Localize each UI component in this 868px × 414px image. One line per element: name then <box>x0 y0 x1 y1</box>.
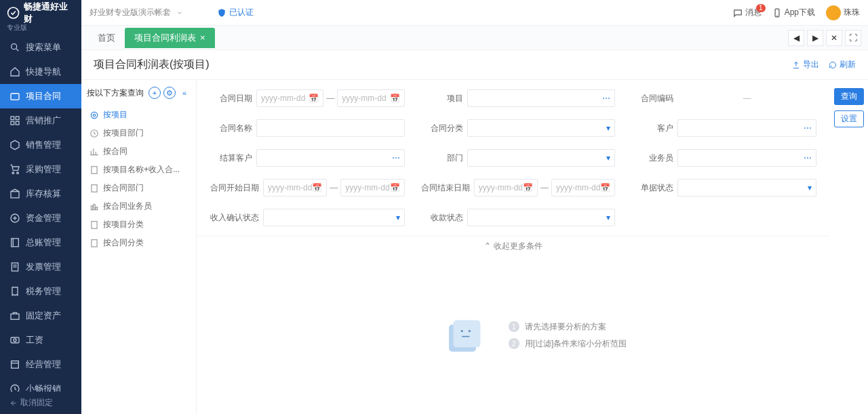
scheme-item[interactable]: 按项目名称+收入合... <box>87 161 191 179</box>
sidebar-item-invoice[interactable]: 发票管理 <box>0 255 81 279</box>
start-date-from[interactable]: yyyy-mm-dd📅 <box>263 179 327 196</box>
scheme-item[interactable]: 按合同业务员 <box>87 197 191 215</box>
scheme-item[interactable]: 按项目 <box>87 106 191 124</box>
pin-toggle[interactable]: 取消固定 <box>0 392 81 414</box>
sidebar-item-marketing[interactable]: 营销推广 <box>0 108 81 133</box>
pin-label: 取消固定 <box>20 397 53 409</box>
field-bill-status: 单据状态▾ <box>631 179 816 196</box>
tab-prev-button[interactable]: ◀ <box>788 30 804 46</box>
field-project: 项目⋯ <box>421 89 616 107</box>
scheme-title-row: 按以下方案查询 + ⚙ « <box>87 87 191 99</box>
field-label: 合同名称 <box>210 123 252 134</box>
svg-point-19 <box>14 339 16 341</box>
contract-class-select[interactable]: ▾ <box>467 119 616 137</box>
search-icon <box>9 42 20 53</box>
sidebar-item-search[interactable]: 搜索菜单 <box>0 35 81 60</box>
calendar-icon: 📅 <box>523 183 533 192</box>
asset-icon <box>9 310 20 321</box>
fullscreen-button[interactable]: ⛶ <box>845 30 861 46</box>
messages-badge: 1 <box>756 4 766 12</box>
tab-close-all-button[interactable]: ✕ <box>826 30 842 46</box>
contract-date-from[interactable]: yyyy-mm-dd📅 <box>256 89 323 107</box>
account-selector[interactable]: 好业财专业版演示帐套 <box>90 7 197 18</box>
tab-report[interactable]: 项目合同利润表× <box>125 28 215 48</box>
scheme-item[interactable]: 按合同 <box>87 142 191 161</box>
sidebar-item-project-contract[interactable]: 项目合同 <box>0 84 81 108</box>
sidebar-item-expense[interactable]: 小畅报销 <box>0 377 81 392</box>
svg-rect-5 <box>16 117 19 120</box>
refresh-label: 刷新 <box>840 59 856 70</box>
sidebar-item-business[interactable]: 经营管理 <box>0 352 81 377</box>
sidebar-item-ledger[interactable]: 总账管理 <box>0 230 81 255</box>
sidebar-label: 项目合同 <box>26 90 61 102</box>
end-date-from[interactable]: yyyy-mm-dd📅 <box>474 179 538 196</box>
field-contract-date: 合同日期 yyyy-mm-dd📅 — yyyy-mm-dd📅 <box>210 89 405 107</box>
calendar-icon: 📅 <box>600 183 610 192</box>
customer-select[interactable]: ⋯ <box>677 119 816 137</box>
contract-name-input[interactable] <box>256 119 405 137</box>
scheme-item[interactable]: 按合同部门 <box>87 179 191 197</box>
svg-rect-37 <box>92 221 97 228</box>
scheme-add-button[interactable]: + <box>149 87 161 99</box>
field-label: 单据状态 <box>631 182 673 194</box>
svg-point-1 <box>12 44 17 49</box>
shield-icon <box>217 8 226 18</box>
collapse-label: 收起更多条件 <box>494 241 542 251</box>
start-date-to[interactable]: yyyy-mm-dd📅 <box>340 179 404 196</box>
tab-next-button[interactable]: ▶ <box>807 30 823 46</box>
pin-icon <box>9 399 18 407</box>
field-settle-customer: 结算客户⋯ <box>210 149 405 167</box>
sidebar-item-tax[interactable]: 税务管理 <box>0 279 81 304</box>
income-status-select[interactable]: ▾ <box>263 209 405 226</box>
scheme-label: 按合同部门 <box>103 182 144 194</box>
department-select[interactable]: ▾ <box>467 149 616 167</box>
settle-customer-select[interactable]: ⋯ <box>256 149 405 167</box>
empty-state: 1请先选择要分析的方案 2用[过滤]条件来缩小分析范围 <box>205 262 860 409</box>
receipt-status-select[interactable]: ▾ <box>467 209 616 226</box>
tab-home[interactable]: 首页 <box>88 28 125 48</box>
export-button[interactable]: 导出 <box>792 59 819 70</box>
salesman-select[interactable]: ⋯ <box>677 149 816 167</box>
export-label: 导出 <box>803 59 819 70</box>
contract-date-to[interactable]: yyyy-mm-dd📅 <box>337 89 404 107</box>
scheme-item[interactable]: 按项目部门 <box>87 124 191 142</box>
close-icon[interactable]: × <box>200 33 205 43</box>
scheme-label: 按项目分类 <box>103 219 144 230</box>
messages-link[interactable]: 消息 1 <box>733 7 762 18</box>
app-download-link[interactable]: App下载 <box>772 7 815 18</box>
field-income-status: 收入确认状态▾ <box>210 209 405 226</box>
user-menu[interactable]: 珠珠 <box>826 5 860 20</box>
step-text: 用[过滤]条件来缩小分析范围 <box>525 338 627 350</box>
scheme-item[interactable]: 按项目分类 <box>87 215 191 234</box>
query-button[interactable]: 查询 <box>834 88 864 105</box>
download-label: App下载 <box>785 7 815 18</box>
bar-icon <box>90 202 99 211</box>
sidebar-item-inventory[interactable]: 库存核算 <box>0 182 81 206</box>
bill-status-select[interactable]: ▾ <box>677 179 816 196</box>
scheme-item[interactable]: 按合同分类 <box>87 234 191 252</box>
svg-rect-17 <box>11 314 19 319</box>
sidebar-item-quicknav[interactable]: 快捷导航 <box>0 60 81 84</box>
sidebar-item-funds[interactable]: 资金管理 <box>0 206 81 230</box>
svg-rect-10 <box>11 192 19 198</box>
collapse-filters-button[interactable]: ⌃ 收起更多条件 <box>197 236 830 256</box>
sidebar-label: 工资 <box>26 334 43 346</box>
sidebar-item-salary[interactable]: 工资 <box>0 328 81 352</box>
sidebar-item-sales[interactable]: 销售管理 <box>0 133 81 157</box>
field-salesman: 业务员⋯ <box>631 149 816 167</box>
project-select[interactable]: ⋯ <box>467 89 616 107</box>
scheme-settings-button[interactable]: ⚙ <box>163 87 176 99</box>
svg-rect-36 <box>96 207 97 209</box>
sidebar: 畅捷通好业财 专业版 搜索菜单 快捷导航 项目合同 营销推广 销售管理 采购管理… <box>0 0 81 414</box>
refresh-button[interactable]: 刷新 <box>829 59 856 70</box>
end-date-to[interactable]: yyyy-mm-dd📅 <box>551 179 615 196</box>
field-label: 收款状态 <box>421 212 463 224</box>
scheme-collapse-button[interactable]: « <box>178 87 191 99</box>
settings-button[interactable]: 设置 <box>834 110 864 127</box>
sidebar-item-purchase[interactable]: 采购管理 <box>0 157 81 182</box>
cube-icon <box>9 140 20 150</box>
field-label: 客户 <box>631 123 673 134</box>
sidebar-item-assets[interactable]: 固定资产 <box>0 304 81 328</box>
scheme-label: 按合同 <box>103 146 127 157</box>
svg-line-2 <box>16 49 18 51</box>
